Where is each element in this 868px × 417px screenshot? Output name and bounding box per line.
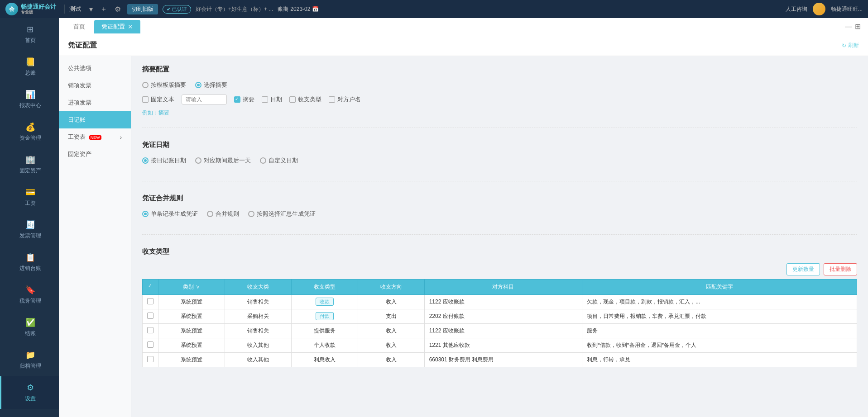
tab-voucher-config-label: 凭证配置 xyxy=(101,23,125,31)
row-keywords-4: 利息，行转，承兑 xyxy=(582,353,857,367)
archive-icon: 📁 xyxy=(25,350,35,360)
radio-ledger-date[interactable]: 按日记账日期 xyxy=(142,156,186,165)
refresh-btn[interactable]: ↻ 刷新 xyxy=(842,42,859,49)
settings-icon[interactable]: ⚙ xyxy=(113,4,123,14)
radio-ledger-date-circle xyxy=(142,157,149,164)
sidebar-item-ledger[interactable]: 📒 总账 xyxy=(0,51,59,83)
th-checkbox[interactable] xyxy=(143,280,158,295)
table-header-bar: 更新数量 批量删除 xyxy=(142,263,857,275)
guide-icon: ▷ xyxy=(27,415,34,417)
top-controls: ▾ ＋ ⚙ xyxy=(87,4,123,15)
table-row: 系统预置 收入其他 利息收入 收入 660301 财务费用 利息费用 利息，行转… xyxy=(143,353,857,367)
main-container: ⊞ 首页 📒 总账 📊 报表中心 💰 资金管理 🏢 固定资产 💳 工资 🧾 发票… xyxy=(0,18,868,417)
type-tag-0[interactable]: 收款 xyxy=(316,298,334,306)
left-nav-public[interactable]: 公共选项 xyxy=(59,60,131,77)
sidebar-item-report[interactable]: 📊 报表中心 xyxy=(0,83,59,116)
new-badge: NEW xyxy=(89,135,101,140)
row-category-3: 系统预置 xyxy=(158,338,225,353)
row-category-0: 系统预置 xyxy=(158,295,225,309)
radio-single-circle xyxy=(142,211,149,217)
window-maximize-btn[interactable]: ⊞ xyxy=(855,22,861,31)
checkbox-date[interactable]: 日期 xyxy=(262,95,282,104)
radio-period-last[interactable]: 对应期间最后一天 xyxy=(195,156,251,165)
merge-rules-radio-group: 单条记录生成凭证 合并规则 按照选择汇总生成凭证 xyxy=(142,210,857,218)
sidebar-item-home[interactable]: ⊞ 首页 xyxy=(0,18,59,51)
voucher-date-radio-group: 按日记账日期 对应期间最后一天 自定义日期 xyxy=(142,156,857,165)
add-icon[interactable]: ＋ xyxy=(98,4,109,15)
sidebar-item-tax[interactable]: 🔖 税务管理 xyxy=(0,279,59,311)
row-checkbox-box-2 xyxy=(147,327,153,333)
sidebar-item-salary[interactable]: 💳 工资 xyxy=(0,181,59,213)
period-label: 账期 xyxy=(278,5,288,13)
radio-select-circle xyxy=(195,82,201,88)
left-nav-daily-ledger[interactable]: 日记账 xyxy=(59,111,131,128)
row-checkbox-0[interactable] xyxy=(143,295,158,309)
invoice-icon: 🧾 xyxy=(25,220,35,230)
tab-home[interactable]: 首页 xyxy=(66,20,92,33)
radio-single[interactable]: 单条记录生成凭证 xyxy=(142,210,198,218)
tab-close-icon[interactable]: ✕ xyxy=(128,23,133,30)
radio-merge[interactable]: 合并规则 xyxy=(207,210,239,218)
sidebar-item-archive[interactable]: 📁 归档管理 xyxy=(0,344,59,376)
row-keywords-3: 收到*借款，收到*备用金，退回*备用金，个人 xyxy=(582,338,857,353)
fund-icon: 💰 xyxy=(25,122,35,132)
sidebar-label-purchase: 进销台账 xyxy=(19,265,41,272)
sidebar-item-assets[interactable]: 🏢 固定资产 xyxy=(0,148,59,181)
purchase-icon: 📋 xyxy=(25,252,35,262)
row-checkbox-box-3 xyxy=(147,341,153,348)
table-row: 系统预置 销售相关 提供服务 收入 1122 应收账款 服务 xyxy=(143,324,857,338)
sidebar-item-guide[interactable]: ▷ 新手引导 xyxy=(0,409,59,417)
checkbox-summary[interactable]: 摘要 xyxy=(234,95,254,104)
checkbox-income-type[interactable]: 收支类型 xyxy=(289,95,321,104)
row-category-1: 系统预置 xyxy=(158,309,225,324)
radio-summary-gen[interactable]: 按照选择汇总生成凭证 xyxy=(248,210,316,218)
row-big-category-0: 销售相关 xyxy=(225,295,291,309)
tab-home-label: 首页 xyxy=(73,23,85,30)
row-type-0: 收款 xyxy=(291,295,358,309)
extra-tags: 好会计（专）+好生意（标）+ ... xyxy=(196,5,273,13)
merge-rules-section: 凭证合并规则 单条记录生成凭证 合并规则 按照选择汇总生成凭证 xyxy=(142,194,857,235)
sidebar-item-settings[interactable]: ⚙ 设置 xyxy=(0,376,59,409)
checkbox-counterpart-name[interactable]: 对方户名 xyxy=(329,95,361,104)
left-nav-fixed-assets[interactable]: 固定资产 xyxy=(59,146,131,163)
user-avatar[interactable] xyxy=(813,3,825,15)
row-checkbox-3[interactable] xyxy=(143,338,158,353)
chevron-right-icon: › xyxy=(120,134,122,141)
switch-version-btn[interactable]: 切到旧版 xyxy=(127,4,158,14)
update-count-btn[interactable]: 更新数量 xyxy=(786,263,820,275)
left-nav-purchase-invoice[interactable]: 进项发票 xyxy=(59,94,131,111)
fixed-text-input[interactable] xyxy=(182,95,227,104)
window-minimize-btn[interactable]: — xyxy=(845,23,852,31)
left-nav-sales-invoice[interactable]: 销项发票 xyxy=(59,77,131,94)
summary-radio-select[interactable]: 选择摘要 xyxy=(195,81,227,89)
row-subject-1: 2202 应付账款 xyxy=(424,309,582,324)
row-checkbox-1[interactable] xyxy=(143,309,158,324)
checkbox-income-type-box xyxy=(289,96,296,103)
summary-radio-template[interactable]: 按模板版摘要 xyxy=(142,81,186,89)
calendar-icon[interactable]: 📅 xyxy=(312,6,319,12)
batch-delete-btn[interactable]: 批量删除 xyxy=(824,263,857,275)
tab-voucher-config[interactable]: 凭证配置 ✕ xyxy=(94,20,140,33)
sidebar-item-purchase[interactable]: 📋 进销台账 xyxy=(0,246,59,279)
user-name[interactable]: 畅捷通旺旺... xyxy=(831,5,863,13)
sidebar-label-salary: 工资 xyxy=(25,199,36,207)
period-info: 账期 2023-02 📅 xyxy=(278,5,319,13)
radio-custom-date[interactable]: 自定义日期 xyxy=(260,156,298,165)
row-subject-3: 1221 其他应收款 xyxy=(424,338,582,353)
sidebar-label-assets: 固定资产 xyxy=(19,167,41,175)
sidebar-item-settlement[interactable]: ✅ 结账 xyxy=(0,311,59,344)
consult-label[interactable]: 人工咨询 xyxy=(786,5,807,13)
row-subject-2: 1122 应收账款 xyxy=(424,324,582,338)
radio-summary-gen-circle xyxy=(248,211,254,217)
checkbox-fixed-text[interactable]: 固定文本 xyxy=(142,95,174,104)
sidebar-item-invoice[interactable]: 🧾 发票管理 xyxy=(0,213,59,246)
type-tag-1[interactable]: 付款 xyxy=(316,312,334,320)
row-checkbox-2[interactable] xyxy=(143,324,158,338)
dropdown-icon[interactable]: ▾ xyxy=(87,4,95,14)
page-header: 凭证配置 ↻ 刷新 xyxy=(59,35,868,56)
row-checkbox-4[interactable] xyxy=(143,353,158,367)
radio-custom-date-circle xyxy=(260,157,266,164)
left-nav-salary-table[interactable]: 工资表 NEW › xyxy=(59,128,131,146)
sidebar-item-fund[interactable]: 💰 资金管理 xyxy=(0,116,59,148)
refresh-label: 刷新 xyxy=(848,42,859,49)
